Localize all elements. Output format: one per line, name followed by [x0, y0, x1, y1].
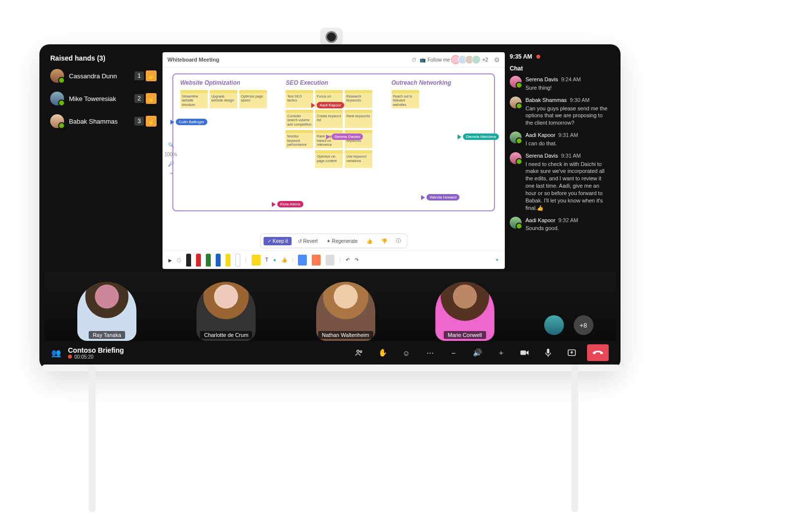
avatar: [510, 76, 522, 88]
template-orange[interactable]: [312, 255, 321, 266]
sticky-note[interactable]: Rank keywords: [345, 110, 372, 128]
raised-hands-title: Raised hands (3): [50, 54, 157, 62]
presence-overflow: +2: [483, 57, 488, 63]
sticky-note[interactable]: Optimize on-page content: [315, 150, 343, 168]
pen-green[interactable]: [206, 254, 211, 266]
raised-hand-icon: ✋: [146, 116, 157, 127]
sticky-note[interactable]: Upgrade website design: [210, 90, 237, 108]
board-column-website: Website Optimization Streamline website …: [180, 79, 276, 205]
sticky-note[interactable]: Optimize page speed: [239, 90, 267, 108]
sticky-note[interactable]: Reach out to relevant websites: [392, 90, 419, 108]
avatar: [510, 152, 522, 164]
copilot-icon[interactable]: ✦: [495, 257, 499, 263]
raise-hand-button[interactable]: ✋: [374, 344, 391, 361]
gear-icon[interactable]: ⚙: [494, 56, 500, 64]
keep-button[interactable]: ✓ Keep it: [263, 237, 292, 245]
thumbs-down-icon[interactable]: 👎: [378, 237, 390, 245]
shape-tool-icon[interactable]: ●: [273, 257, 276, 263]
people-button[interactable]: [351, 344, 367, 361]
whiteboard-toolbar: ▸ ◌ | T ● 👍 | | ↶ ↷: [163, 250, 505, 269]
undo-icon[interactable]: ↶: [346, 257, 350, 263]
avatar: [50, 114, 64, 128]
volume-down-button[interactable]: −: [445, 344, 462, 361]
react-button[interactable]: ☺: [398, 344, 415, 361]
reaction-tool-icon[interactable]: 👍: [281, 257, 287, 263]
self-avatar[interactable]: [544, 315, 564, 335]
revert-button[interactable]: ↺ Revert: [295, 237, 321, 245]
pen-red[interactable]: [196, 254, 201, 266]
live-cursor: Wanda Howard: [421, 194, 459, 200]
camera-button[interactable]: [516, 344, 533, 361]
sticky-note-tool[interactable]: [252, 255, 261, 266]
eraser-tool[interactable]: [235, 254, 240, 266]
live-cursor: Elvia Atkins: [272, 201, 303, 207]
overflow-participants[interactable]: +8: [574, 315, 593, 335]
hand-order: 1: [134, 71, 144, 80]
raised-hand-icon: ✋: [146, 93, 157, 104]
presence-avatars[interactable]: +2: [453, 55, 488, 64]
share-button[interactable]: [563, 344, 580, 361]
redo-icon[interactable]: ↷: [355, 257, 359, 263]
device-leg: [89, 365, 96, 512]
raised-hands-panel: Raised hands (3) Cassandra Dunn 1✋ Mike …: [44, 49, 163, 272]
participant-name: Mike Toweresiak: [69, 95, 130, 102]
hangup-button[interactable]: [587, 344, 609, 361]
pen-black[interactable]: [186, 254, 191, 266]
board-column-seo: SEO Execution Test SEO tactics Focus on …: [286, 79, 381, 205]
template-blue[interactable]: [298, 255, 307, 266]
follow-me-button[interactable]: 📺 Follow me: [420, 57, 450, 63]
chat-title: Chat: [510, 65, 611, 72]
regenerate-button[interactable]: ✦ Regenerate: [324, 237, 360, 245]
raised-hand-item[interactable]: Mike Toweresiak 2✋: [50, 92, 157, 105]
meeting-control-bar: 👥 Contoso Briefing 00:05:20 ✋ ☺ ⋯ − 🔊 ＋: [44, 341, 616, 365]
hand-order: 2: [134, 94, 144, 103]
sticky-note[interactable]: Test SEO tactics: [286, 90, 313, 108]
sticky-note[interactable]: Monitor keyword performance: [286, 130, 313, 148]
chat-message: Aadi Kapoor 9:32 AMSounds good.: [510, 217, 611, 233]
whiteboard-canvas[interactable]: 🔍 100% 🔎 ⇥ Website Optimization Streamli…: [163, 67, 505, 250]
device-leg: [571, 365, 578, 512]
pen-blue[interactable]: [216, 254, 221, 266]
sticky-note[interactable]: Use keyword variations: [345, 150, 372, 168]
participant-video[interactable]: Marie Conwell: [406, 277, 524, 341]
highlighter-yellow[interactable]: [226, 254, 230, 266]
lasso-tool-icon[interactable]: ◌: [177, 257, 181, 263]
ai-actions-bar: ✓ Keep it ↺ Revert ✦ Regenerate 👍 👎 ⓘ: [260, 233, 408, 248]
volume-up-button[interactable]: ＋: [492, 344, 509, 361]
avatar: [510, 97, 522, 108]
whiteboard-panel: Whiteboard Meeting ⏱ 📺 Follow me +2 ⚙ 🔍 …: [163, 52, 505, 269]
raised-hand-item[interactable]: Cassandra Dunn 1✋: [50, 69, 157, 83]
thumbs-up-icon[interactable]: 👍: [363, 237, 375, 245]
chat-message: Serena Davis 9:31 AMI need to check in w…: [510, 152, 611, 212]
timer-icon[interactable]: ⏱: [412, 57, 417, 63]
speaker-button[interactable]: 🔊: [469, 344, 486, 361]
pointer-tool-icon[interactable]: ▸: [168, 256, 172, 264]
mic-button[interactable]: [540, 344, 557, 361]
device-base: [42, 365, 621, 371]
sticky-note[interactable]: Streamline website structure: [180, 90, 208, 108]
more-button[interactable]: ⋯: [422, 344, 438, 361]
sticky-note[interactable]: Consider search volume and competition: [286, 110, 313, 128]
live-cursor: Serena Davies: [326, 133, 363, 140]
chat-message: Serena Davis 9:24 AMSure thing!: [510, 76, 611, 92]
meeting-name: Contoso Briefing: [68, 346, 124, 354]
participant-name: Babak Shammas: [69, 118, 130, 125]
avatar: [510, 217, 522, 229]
clock: 9:35 AM: [510, 53, 532, 60]
chat-list[interactable]: Serena Davis 9:24 AMSure thing! Babak Sh…: [510, 76, 611, 268]
info-icon[interactable]: ⓘ: [393, 236, 404, 246]
sticky-note[interactable]: Create keyword list: [315, 110, 343, 128]
avatar: [510, 132, 522, 143]
raised-hand-item[interactable]: Babak Shammas 3✋: [50, 114, 157, 128]
surface-hub-frame: Raised hands (3) Cassandra Dunn 1✋ Mike …: [39, 44, 621, 369]
participant-video[interactable]: Charlotte de Crum: [167, 277, 285, 341]
participant-video[interactable]: Ray Tanaka: [48, 277, 165, 341]
roster-icon[interactable]: 👥: [51, 348, 61, 358]
text-tool-icon[interactable]: T: [265, 257, 268, 263]
recording-indicator-icon: [536, 55, 540, 59]
video-gallery: Ray Tanaka Charlotte de Crum Nathan Walt…: [44, 272, 616, 341]
sticky-note[interactable]: Research keywords: [345, 90, 372, 108]
participant-video[interactable]: Nathan Waltenheim: [287, 277, 404, 341]
template-grey[interactable]: [326, 255, 334, 266]
meeting-info: Contoso Briefing 00:05:20: [68, 346, 124, 360]
